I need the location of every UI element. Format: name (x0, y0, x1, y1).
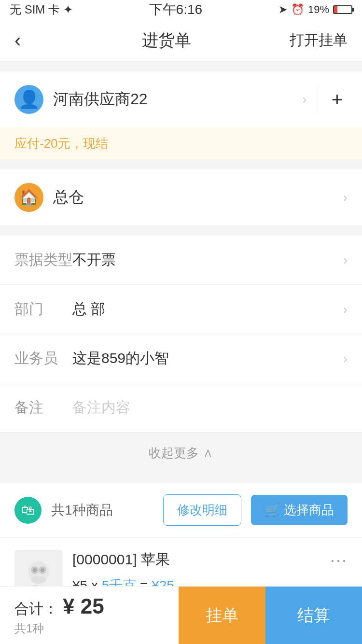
chevron-right-icon: › (343, 302, 348, 317)
page-title: 进货单 (142, 29, 191, 52)
product-name: [0000001] 苹果 (72, 550, 320, 570)
hang-button[interactable]: 挂单 (179, 587, 265, 644)
salesperson-label: 业务员 (14, 349, 72, 368)
status-left: 无 SIM 卡 ✦ (10, 2, 73, 17)
bag-icon: 🛍 (21, 502, 35, 518)
total-label: 合计： (14, 599, 58, 619)
chevron-right-icon: › (302, 92, 306, 107)
warehouse-icon-wrap: 🏠 (14, 183, 43, 212)
salesperson-value: 这是859的小智 (72, 349, 343, 368)
warehouse-row[interactable]: 🏠 总仓 › (0, 169, 362, 226)
total-amount: ¥ 25 (63, 594, 104, 618)
chevron-right-icon: › (343, 351, 348, 366)
gap-2 (0, 160, 362, 169)
product-header: 🛍 共1种商品 修改明细 🛒 选择商品 (0, 483, 362, 537)
select-product-label: 选择商品 (284, 502, 334, 518)
product-icon: 🛍 (14, 497, 42, 524)
product-code: [0000001] 苹果 (72, 551, 170, 567)
total-sub: 共1种 (14, 621, 164, 636)
warehouse-icon: 🏠 (19, 188, 39, 207)
add-button[interactable]: + (327, 89, 348, 111)
more-button[interactable]: ··· (330, 550, 348, 570)
salesperson-row[interactable]: 业务员 这是859的小智 › (0, 334, 362, 383)
invoice-type-value: 不开票 (72, 250, 343, 270)
gap-1 (0, 62, 362, 71)
gap-3 (0, 226, 362, 236)
bottom-bar: 合计： ¥ 25 共1种 挂单 结算 (0, 586, 362, 644)
remark-row[interactable]: 备注 备注内容 (0, 383, 362, 433)
battery-percent: 19% (308, 3, 329, 16)
chevron-right-icon: › (343, 252, 348, 268)
collapse-button[interactable]: 收起更多 ∧ (0, 433, 362, 473)
invoice-type-label: 票据类型 (14, 250, 72, 270)
supplier-row[interactable]: 👤 河南供应商22 › + (0, 71, 362, 127)
open-hang-button[interactable]: 打开挂单 (290, 30, 348, 50)
supplier-name: 河南供应商22 (53, 89, 302, 110)
checkout-button[interactable]: 结算 (265, 587, 362, 644)
invoice-type-row[interactable]: 票据类型 不开票 › (0, 236, 362, 285)
product-count: 共1种商品 (51, 501, 153, 519)
battery-icon (333, 5, 352, 14)
location-icon: ➤ (278, 3, 287, 16)
chevron-right-icon: › (343, 190, 348, 205)
alarm-icon: ⏰ (291, 3, 304, 16)
supplier-section: 👤 河南供应商22 › + 应付-20元，现结 (0, 71, 362, 160)
svg-point-5 (31, 576, 46, 584)
remark-label: 备注 (14, 398, 72, 418)
status-right: ➤ ⏰ 19% (278, 3, 352, 16)
cart-icon: 🛒 (265, 503, 280, 518)
remark-input[interactable]: 备注内容 (72, 398, 348, 418)
department-label: 部门 (14, 299, 72, 319)
sim-signal: 无 SIM 卡 ✦ (10, 2, 73, 17)
svg-point-3 (33, 568, 37, 572)
back-button[interactable]: ‹ (14, 29, 43, 51)
svg-point-4 (41, 568, 44, 572)
avatar-icon: 👤 (18, 89, 40, 110)
avatar: 👤 (14, 85, 43, 114)
vertical-divider (317, 85, 317, 114)
department-value: 总 部 (72, 299, 343, 319)
collapse-label: 收起更多 ∧ (149, 445, 213, 462)
select-product-button[interactable]: 🛒 选择商品 (251, 495, 348, 525)
department-row[interactable]: 部门 总 部 › (0, 285, 362, 334)
status-time: 下午6:16 (149, 0, 203, 19)
notice-bar: 应付-20元，现结 (0, 127, 362, 160)
nav-bar: ‹ 进货单 打开挂单 (0, 19, 362, 62)
total-main: 合计： ¥ 25 (14, 594, 164, 619)
warehouse-name: 总仓 (53, 187, 343, 208)
total-section: 合计： ¥ 25 共1种 (0, 594, 179, 636)
status-bar: 无 SIM 卡 ✦ 下午6:16 ➤ ⏰ 19% (0, 0, 362, 19)
edit-detail-button[interactable]: 修改明细 (163, 494, 241, 526)
